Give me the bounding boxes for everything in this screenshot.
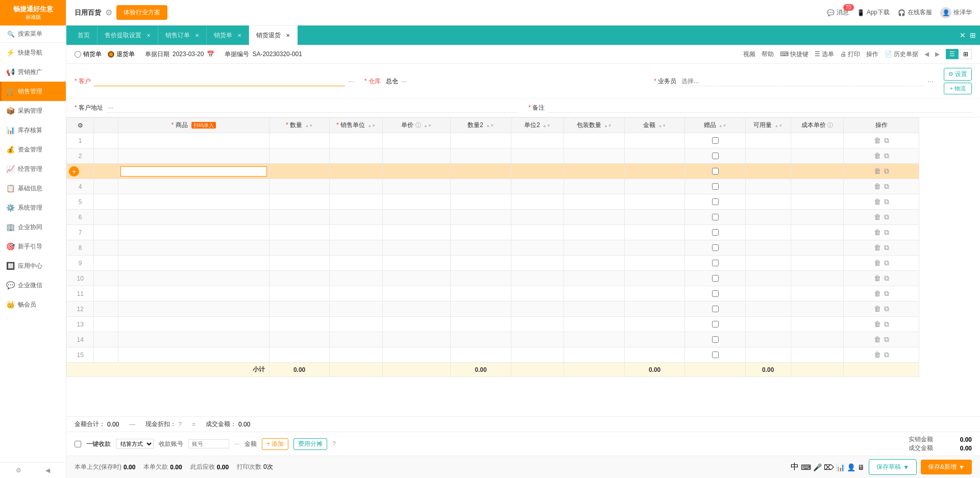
- row-avail-3[interactable]: [745, 164, 791, 179]
- row-gear-2[interactable]: [94, 148, 118, 164]
- row-amount-3[interactable]: [624, 164, 684, 179]
- gift-checkbox-14[interactable]: [712, 336, 719, 343]
- calendar-icon[interactable]: 📅: [207, 51, 214, 58]
- online-service-btn[interactable]: 🎧 在线客服: [898, 8, 932, 17]
- row-qty2-2[interactable]: [451, 148, 511, 164]
- customer-picker-btn[interactable]: ···: [348, 77, 354, 85]
- row-gift-3[interactable]: [685, 164, 745, 179]
- row-unit-1[interactable]: [330, 133, 383, 148]
- gift-checkbox-13[interactable]: [712, 321, 719, 328]
- notes-input[interactable]: [548, 103, 972, 113]
- im-icon-3[interactable]: 🎤: [813, 463, 822, 471]
- split-btn[interactable]: 费用分摊: [293, 438, 327, 450]
- gift-checkbox-3[interactable]: [712, 168, 719, 174]
- address-input[interactable]: [106, 103, 518, 113]
- price-info-icon[interactable]: ⓘ: [415, 122, 421, 128]
- delete-row-8[interactable]: 🗑: [872, 242, 883, 253]
- im-icon-2[interactable]: ⌨: [801, 463, 811, 471]
- search-menu[interactable]: 🔍 搜索菜单: [0, 26, 66, 43]
- tab-close-all-icon[interactable]: ✕: [960, 31, 966, 39]
- sidebar-collapse-btn[interactable]: ◀: [45, 467, 50, 474]
- history-btn[interactable]: 📄 历史单据: [885, 50, 918, 59]
- unit2-sort[interactable]: ▲▼: [543, 123, 551, 128]
- copy-row-3[interactable]: ⧉: [883, 166, 891, 177]
- add-logistics-btn[interactable]: + 物流: [944, 83, 972, 94]
- sidebar-item-purchase-mgmt[interactable]: 📦 采购管理: [0, 101, 66, 120]
- price-sort[interactable]: ▲▼: [424, 123, 432, 128]
- gear-settings-icon[interactable]: ⚙: [78, 122, 83, 129]
- delete-row-14[interactable]: 🗑: [872, 334, 883, 344]
- row-qty2-3[interactable]: [451, 164, 511, 179]
- sidebar-item-inventory[interactable]: 📊 库存核算: [0, 120, 66, 140]
- gift-checkbox-15[interactable]: [712, 351, 719, 358]
- delete-row-10[interactable]: 🗑: [872, 273, 883, 283]
- sidebar-item-sales-mgmt[interactable]: 🛒 销售管理: [0, 82, 66, 101]
- operate-btn[interactable]: 操作: [866, 50, 878, 59]
- split-help-icon[interactable]: ?: [332, 440, 336, 447]
- app-download-btn[interactable]: 📱 App下载: [857, 8, 890, 17]
- radio-return-label[interactable]: 退货单: [108, 50, 135, 59]
- gift-checkbox-7[interactable]: [712, 229, 719, 236]
- delete-row-11[interactable]: 🗑: [872, 288, 883, 298]
- row-unit2-1[interactable]: [511, 133, 564, 148]
- goods-input-3[interactable]: [120, 166, 267, 177]
- row-goods-2[interactable]: [118, 148, 269, 164]
- delete-row-3[interactable]: 🗑: [872, 166, 883, 176]
- grid-view-btn[interactable]: ⊞: [960, 49, 972, 59]
- delete-row-2[interactable]: 🗑: [872, 150, 883, 161]
- settings-btn[interactable]: ⚙ 设置: [944, 68, 972, 81]
- qty2-sort[interactable]: ▲▼: [486, 123, 494, 128]
- im-icon-6[interactable]: 👤: [847, 463, 855, 471]
- delete-row-9[interactable]: 🗑: [872, 258, 883, 268]
- row-amount-2[interactable]: [624, 148, 684, 164]
- copy-row-13[interactable]: ⧉: [883, 319, 891, 330]
- tab-sales-delivery[interactable]: 销货单 ✕: [207, 26, 249, 45]
- user-info[interactable]: 👤 徐泽华: [940, 7, 972, 18]
- tab-expand-icon[interactable]: ⊞: [970, 31, 976, 39]
- delete-row-15[interactable]: 🗑: [872, 349, 883, 360]
- avail-sort[interactable]: ▲▼: [775, 123, 783, 128]
- unit-sort[interactable]: ▲▼: [368, 123, 376, 128]
- sidebar-item-sys-mgmt[interactable]: ⚙️ 系统管理: [0, 198, 66, 217]
- tab-price-setting[interactable]: 售价提取设置 ✕: [97, 26, 158, 45]
- account-input[interactable]: [188, 439, 229, 448]
- row-price-1[interactable]: [383, 133, 451, 148]
- prev-record-btn[interactable]: ◀: [924, 51, 929, 58]
- copy-row-12[interactable]: ⧉: [883, 304, 891, 314]
- row-pack-3[interactable]: [564, 164, 624, 179]
- row-gear-1[interactable]: [94, 133, 118, 148]
- gift-checkbox-6[interactable]: [712, 214, 719, 220]
- row-pack-2[interactable]: [564, 148, 624, 164]
- amount-sort[interactable]: ▲▼: [658, 123, 666, 128]
- delete-row-7[interactable]: 🗑: [872, 227, 883, 237]
- tab-price-setting-close[interactable]: ✕: [146, 33, 151, 38]
- experience-btn[interactable]: 体验行业方案: [116, 5, 167, 20]
- sidebar-item-operations[interactable]: 📈 经营管理: [0, 159, 66, 179]
- settlement-method-select[interactable]: 结算方式: [116, 439, 154, 449]
- sidebar-item-enterprise[interactable]: 🏢 企业协同: [0, 217, 66, 237]
- row-qty-3[interactable]: [269, 164, 329, 179]
- message-btn[interactable]: 💬 消息 70: [827, 8, 849, 17]
- qty-sort[interactable]: ▲▼: [305, 123, 313, 128]
- row-avail-2[interactable]: [745, 148, 791, 164]
- help-btn[interactable]: 帮助: [762, 50, 774, 59]
- print-btn[interactable]: 🖨 打印: [840, 50, 860, 59]
- sidebar-item-app-center[interactable]: 🔲 应用中心: [0, 256, 66, 275]
- delete-row-1[interactable]: 🗑: [872, 135, 883, 145]
- copy-row-5[interactable]: ⧉: [883, 196, 891, 207]
- row-gift-1[interactable]: [685, 133, 745, 148]
- copy-row-10[interactable]: ⧉: [883, 273, 891, 284]
- tab-sales-return-close[interactable]: ✕: [286, 33, 290, 38]
- gift-checkbox-4[interactable]: [712, 183, 719, 190]
- row-unit2-2[interactable]: [511, 148, 564, 164]
- row-price-3[interactable]: [383, 164, 451, 179]
- cash-discount-help[interactable]: ?: [178, 421, 182, 428]
- row-pack-1[interactable]: [564, 133, 624, 148]
- gift-checkbox-8[interactable]: [712, 244, 719, 251]
- im-icon-7[interactable]: 🖥: [857, 463, 865, 471]
- row-price-2[interactable]: [383, 148, 451, 164]
- copy-row-8[interactable]: ⧉: [883, 242, 891, 253]
- topbar-gear-icon[interactable]: ⚙: [105, 8, 112, 17]
- row-add-btn-cell[interactable]: +: [67, 164, 94, 179]
- customer-input[interactable]: [94, 77, 345, 86]
